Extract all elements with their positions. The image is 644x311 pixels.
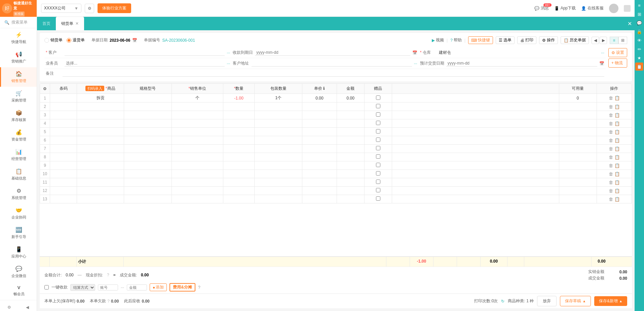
sidebar-collapse-btn[interactable]: ◀ (18, 302, 37, 311)
row-unit[interactable] (172, 145, 223, 153)
row-barcode[interactable] (50, 111, 77, 119)
debt-help[interactable]: ? (107, 299, 110, 304)
row-spec[interactable] (124, 145, 172, 153)
radio-sales[interactable]: 销货单 (44, 37, 63, 43)
row-price[interactable] (302, 136, 337, 145)
gift-checkbox[interactable] (376, 196, 380, 201)
sidebar-item-sales[interactable]: 🏠 销售管理 (0, 67, 37, 87)
due-date-input[interactable] (255, 49, 410, 56)
gift-checkbox[interactable] (376, 112, 380, 117)
gift-checkbox[interactable] (376, 121, 380, 125)
copy-icon[interactable]: 📋 (614, 129, 620, 134)
row-pack-qty[interactable] (255, 161, 302, 170)
gift-checkbox[interactable] (376, 104, 380, 108)
sidebar-item-basic[interactable]: 📋 基础信息 (0, 165, 37, 184)
row-pack-qty[interactable]: 1个 (255, 94, 302, 103)
gift-checkbox[interactable] (376, 146, 380, 150)
row-gift[interactable] (364, 103, 392, 111)
row-spec[interactable] (124, 136, 172, 145)
copy-icon[interactable]: 📋 (614, 197, 620, 202)
row-qty[interactable]: -1.00 (223, 94, 255, 103)
sidebar-search[interactable]: 🔍 搜索菜单 (0, 17, 37, 28)
sidebar-item-purchase[interactable]: 🛒 采购管理 (0, 87, 37, 106)
row-amount[interactable] (337, 161, 364, 170)
sidebar-item-wechat[interactable]: 💬 企业微信 (0, 262, 37, 282)
row-barcode[interactable] (50, 195, 77, 203)
row-unit[interactable] (172, 119, 223, 128)
discount-help[interactable]: ? (107, 273, 109, 277)
note-input[interactable] (63, 70, 604, 77)
row-qty[interactable] (223, 178, 255, 187)
row-amount[interactable] (337, 103, 364, 111)
row-product[interactable] (77, 195, 124, 203)
address-dots[interactable]: ··· (414, 61, 417, 66)
row-price[interactable] (302, 153, 337, 161)
fee-btn[interactable]: 费用&分摊 (169, 283, 195, 291)
row-unit[interactable] (172, 153, 223, 161)
copy-icon[interactable]: 📋 (614, 146, 620, 151)
row-spec[interactable] (124, 178, 172, 187)
radio-return[interactable]: 退货单 (67, 37, 85, 43)
sidebar-item-enterprise[interactable]: 🤝 企业协同 (0, 204, 37, 223)
col-settings[interactable]: ⚙ (40, 84, 50, 94)
customer-input[interactable] (65, 49, 225, 56)
calendar-icon[interactable]: 📅 (132, 38, 137, 43)
amount-input[interactable] (127, 284, 147, 290)
row-product[interactable] (77, 170, 124, 178)
row-product[interactable] (77, 145, 124, 153)
row-gift[interactable] (364, 170, 392, 178)
rp-chat[interactable]: 💬 (635, 19, 643, 27)
row-barcode[interactable] (50, 170, 77, 178)
row-spec[interactable] (124, 170, 172, 178)
gift-checkbox[interactable] (376, 188, 380, 192)
row-qty[interactable] (223, 136, 255, 145)
delete-icon[interactable]: 🗑 (609, 171, 613, 177)
copy-icon[interactable]: 📋 (614, 171, 620, 177)
row-pack-qty[interactable] (255, 111, 302, 119)
sidebar-settings-btn[interactable]: ⚙ (0, 302, 18, 311)
row-price[interactable] (302, 161, 337, 170)
row-pack-qty[interactable] (255, 170, 302, 178)
row-amount[interactable]: 0.00 (337, 94, 364, 103)
history-btn[interactable]: 📋 历史单据 (561, 36, 589, 44)
row-amount[interactable] (337, 145, 364, 153)
user-settings-icon[interactable] (624, 5, 631, 12)
tab-bar-close-btn[interactable]: ✕ (628, 21, 632, 27)
sidebar-item-quick-nav[interactable]: ⚡ 快捷导航 (0, 28, 37, 48)
customer-address-input[interactable] (252, 60, 412, 67)
row-amount[interactable] (337, 187, 364, 195)
rp-grid-view[interactable]: ⊞ (635, 10, 643, 18)
row-unit[interactable] (172, 128, 223, 136)
row-pack-qty[interactable] (255, 103, 302, 111)
refresh-icon[interactable]: ↻ (501, 299, 504, 304)
row-spec[interactable] (124, 161, 172, 170)
row-product[interactable] (77, 161, 124, 170)
row-spec[interactable] (124, 103, 172, 111)
row-barcode[interactable] (50, 136, 77, 145)
view-list-btn[interactable]: ≡ (610, 37, 618, 44)
customer-dots[interactable]: ··· (227, 50, 230, 55)
row-barcode[interactable] (50, 94, 77, 103)
sidebar-item-operations[interactable]: 📊 经营管理 (0, 145, 37, 165)
row-gift[interactable] (364, 111, 392, 119)
copy-icon[interactable]: 📋 (614, 121, 620, 126)
row-pack-qty[interactable] (255, 119, 302, 128)
warehouse-value[interactable]: 建材仓 (439, 50, 599, 55)
row-price[interactable] (302, 128, 337, 136)
discard-button[interactable]: 放弃 (537, 296, 557, 306)
delete-icon[interactable]: 🗑 (609, 163, 613, 168)
account-input[interactable] (98, 284, 118, 290)
sidebar-item-inventory[interactable]: 📦 库存核算 (0, 106, 37, 126)
gift-checkbox[interactable] (376, 95, 380, 100)
row-qty[interactable] (223, 187, 255, 195)
row-pack-qty[interactable] (255, 145, 302, 153)
delete-icon[interactable]: 🗑 (609, 188, 613, 193)
view-grid-btn[interactable]: ⊞ (618, 37, 627, 44)
row-price[interactable] (302, 145, 337, 153)
row-barcode[interactable] (50, 128, 77, 136)
row-spec[interactable] (124, 94, 172, 103)
warehouse-dots[interactable]: ··· (601, 50, 604, 55)
trial-button[interactable]: 体验行业方案 (98, 3, 131, 13)
row-barcode[interactable] (50, 103, 77, 111)
payment-method-select[interactable]: 结算方式 (70, 284, 95, 291)
